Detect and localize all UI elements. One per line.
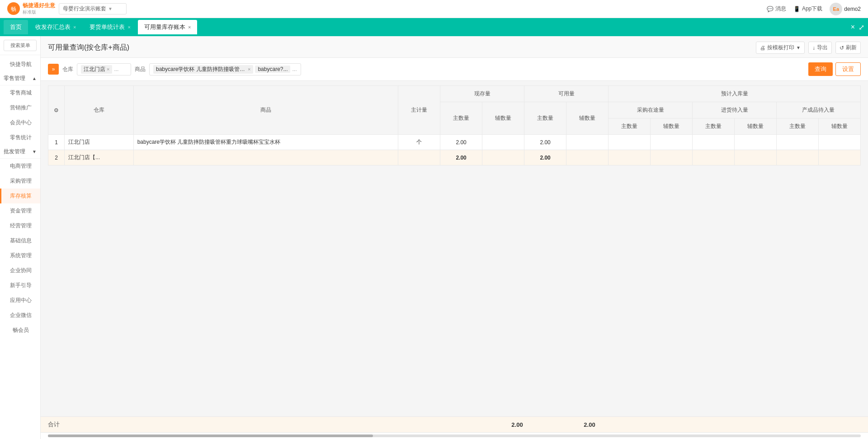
product-filter-tags[interactable]: babycare学饮杯 儿童防摔防撞吸管杯重力球吸嘴杯宝宝水杯 × babyca… xyxy=(149,63,301,76)
sidebar-item-new-guide[interactable]: 新手引导 xyxy=(0,278,40,293)
footer-avail-main: 2.00 xyxy=(571,421,608,428)
product-more-dots[interactable]: ... xyxy=(292,66,297,72)
table-transit-aux-col: 辅数量 xyxy=(651,118,693,135)
warehouse-tag-close[interactable]: × xyxy=(107,66,109,72)
brand-logo: 畅 畅捷通好生意 标准版 xyxy=(7,2,55,15)
tab-receipts[interactable]: 收发存汇总表 × xyxy=(29,20,82,34)
refresh-btn[interactable]: ↺ 刷新 xyxy=(835,42,861,54)
table-row[interactable]: 2 江北门店【... 2.00 2.00 xyxy=(48,150,861,165)
sidebar-item-member2[interactable]: 畅会员 xyxy=(0,323,40,338)
template-selector[interactable]: 母婴行业演示账套 ▼ xyxy=(59,3,127,14)
settings-btn[interactable]: 设置 xyxy=(835,62,861,76)
print-template-btn[interactable]: 🖨 按模板打印 ▼ xyxy=(756,42,805,54)
row1-transit-aux xyxy=(651,135,693,150)
export-btn[interactable]: ↓ 导出 xyxy=(808,42,832,54)
sidebar-item-app-center[interactable]: 应用中心 xyxy=(0,293,40,308)
table-avail-aux-col: 辅数量 xyxy=(566,102,609,135)
horizontal-scrollbar[interactable] xyxy=(48,434,861,437)
template-label: 母婴行业演示账套 xyxy=(63,5,106,13)
brand-icon: 畅 xyxy=(7,2,20,15)
chevron-down-icon: ▼ xyxy=(796,45,801,50)
print-icon: 🖨 xyxy=(760,45,765,51)
tab-home-label: 首页 xyxy=(10,23,22,31)
filter-area: » 仓库 江北门店 × ... 商品 babycare学饮杯 儿童防摔防撞吸管杯… xyxy=(41,58,868,81)
table-product-col: 商品 xyxy=(133,86,398,135)
user-profile[interactable]: Ea demo2 xyxy=(830,3,861,15)
sidebar-item-finance[interactable]: 资金管理 xyxy=(0,203,40,218)
product-tag-1[interactable]: babycare学饮杯 儿童防摔防撞吸管杯重力球吸嘴杯宝宝水杯 × xyxy=(153,65,253,74)
sidebar-item-retail[interactable]: 零售管理 ▲ xyxy=(0,72,40,85)
warehouse-filter-label: 仓库 xyxy=(62,66,73,73)
sidebar-item-operation[interactable]: 经营管理 xyxy=(0,218,40,233)
footer-stock-main: 2.00 xyxy=(499,421,535,428)
header-right: 💬 消息 📱 App下载 Ea demo2 xyxy=(767,3,861,15)
row2-transit-aux xyxy=(651,150,693,165)
query-btn[interactable]: 查询 xyxy=(808,62,833,76)
avatar-text: Ea xyxy=(833,6,839,12)
table-row[interactable]: 1 江北门店 babycare学饮杯 儿童防摔防撞吸管杯重力球吸嘴杯宝宝水杯 个… xyxy=(48,135,861,150)
scrollbar-thumb[interactable] xyxy=(48,434,373,437)
svg-text:畅: 畅 xyxy=(11,6,16,12)
sidebar-item-purchase[interactable]: 采购管理 xyxy=(0,174,40,189)
sidebar-item-inventory[interactable]: 库存核算 xyxy=(0,189,40,203)
sidebar-item-enterprise-wechat[interactable]: 企业微信 xyxy=(0,308,40,323)
product-tag-1-close[interactable]: × xyxy=(248,66,250,72)
chevron-down-icon: ▼ xyxy=(108,6,113,11)
expand-btn[interactable]: ⤢ xyxy=(859,23,864,32)
page-title: 可用量查询(按仓库+商品) xyxy=(48,43,129,52)
sidebar-item-retail-mall[interactable]: 零售商城 xyxy=(0,85,40,100)
warehouse-filter-tags[interactable]: 江北门店 × ... xyxy=(77,63,131,76)
table-main-unit-col: 主计量 xyxy=(398,86,440,135)
product-tag-2[interactable]: babycare?... xyxy=(255,66,290,73)
row1-transit-main xyxy=(609,135,651,150)
sidebar-item-quick-nav[interactable]: 快捷导航 xyxy=(0,57,40,72)
tab-available-stock[interactable]: 可用量库存账本 × xyxy=(138,20,197,34)
row2-transit-main xyxy=(609,150,651,165)
tab-home[interactable]: 首页 xyxy=(4,20,28,34)
sidebar-item-retail-label: 零售管理 xyxy=(4,75,25,82)
row2-stock-main: 2.00 xyxy=(440,150,482,165)
expand-icon: » xyxy=(52,66,55,72)
sidebar-item-marketing[interactable]: 营销推广 xyxy=(0,100,40,115)
brand-name: 畅捷通好生意 xyxy=(23,2,55,9)
sidebar-item-retail-stats[interactable]: 零售统计 xyxy=(0,130,40,145)
tab-receipts-close[interactable]: × xyxy=(73,24,76,30)
refresh-icon: ↺ xyxy=(840,45,844,51)
row2-avail-aux xyxy=(566,150,609,165)
warehouse-more-dots[interactable]: ... xyxy=(114,66,118,72)
search-menu-btn[interactable]: 搜索菜单 xyxy=(4,40,37,51)
header-left: 畅 畅捷通好生意 标准版 母婴行业演示账套 ▼ xyxy=(7,2,127,15)
chevron-up-icon: ▲ xyxy=(32,76,37,81)
chevron-down-icon: ▼ xyxy=(32,149,37,154)
filter-expand-btn[interactable]: » xyxy=(48,64,59,75)
row1-prod-pend-main xyxy=(776,135,818,150)
avatar: Ea xyxy=(830,3,842,15)
table-transit-main-col: 主数量 xyxy=(609,118,651,135)
row2-warehouse: 江北门店【... xyxy=(65,150,134,165)
sidebar-item-member[interactable]: 会员中心 xyxy=(0,115,40,130)
sidebar-item-system[interactable]: 系统管理 xyxy=(0,248,40,263)
tab-available-stock-label: 可用量库存账本 xyxy=(144,23,185,31)
export-icon: ↓ xyxy=(812,45,815,51)
tab-order-stats[interactable]: 要货单统计表 × xyxy=(83,20,137,34)
page-header: 可用量查询(按仓库+商品) 🖨 按模板打印 ▼ ↓ 导出 ↺ 刷新 xyxy=(41,36,868,58)
app-download-action[interactable]: 📱 App下载 xyxy=(793,5,822,13)
close-all-tabs-btn[interactable]: × xyxy=(851,23,855,31)
tab-order-stats-close[interactable]: × xyxy=(127,24,130,30)
sidebar-search-area: 搜索菜单 xyxy=(0,36,40,55)
tab-order-stats-label: 要货单统计表 xyxy=(90,23,125,31)
table-settings-col[interactable]: ⚙ xyxy=(48,86,65,135)
sidebar-item-wholesale[interactable]: 批发管理 ▼ xyxy=(0,145,40,159)
filter-actions: 查询 设置 xyxy=(808,62,861,76)
row2-unit xyxy=(398,150,440,165)
warehouse-tag[interactable]: 江北门店 × xyxy=(81,65,112,74)
message-action[interactable]: 💬 消息 xyxy=(767,5,786,13)
sidebar-item-ecommerce[interactable]: 电商管理 xyxy=(0,159,40,174)
tab-available-stock-close[interactable]: × xyxy=(188,24,191,30)
row2-avail-main: 2.00 xyxy=(524,150,566,165)
sidebar-item-basic[interactable]: 基础信息 xyxy=(0,233,40,248)
print-label: 按模板打印 xyxy=(767,44,794,52)
row1-num: 1 xyxy=(48,135,65,150)
row2-purch-pend-aux xyxy=(735,150,777,165)
sidebar-item-enterprise[interactable]: 企业协同 xyxy=(0,263,40,278)
